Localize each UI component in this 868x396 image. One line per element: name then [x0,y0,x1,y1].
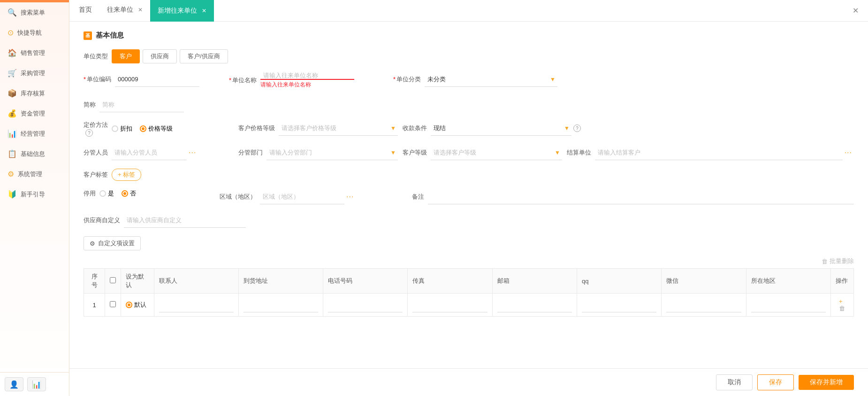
region-row-input[interactable] [751,297,826,312]
contact-input[interactable] [159,297,234,312]
address-input[interactable] [244,297,318,312]
custom-settings-button[interactable]: ⚙ 自定义项设置 [84,236,141,250]
qq-input[interactable] [582,297,656,312]
dept-field: 分管部门 请输入分管部门 ▼ [238,145,398,160]
sidebar-item-sales[interactable]: 🏠 销售管理 [0,43,69,63]
pricing-radio-level[interactable]: 价格等级 [140,124,173,133]
manager-input[interactable] [112,145,187,160]
payment-terms-question[interactable]: ? [573,124,581,132]
th-seq: 序号 [84,269,105,294]
sidebar-item-inventory[interactable]: 📦 库存核算 [0,83,69,103]
disabled-radio-no[interactable]: 否 [122,189,136,198]
unit-category-field: *单位分类 未分类 ▼ [393,72,557,87]
customer-tag-label: 客户标签 [84,171,108,179]
save-button[interactable]: 保存 [757,374,794,390]
type-btn-supplier[interactable]: 供应商 [143,49,177,63]
unit-name-wrapper: 请输入往来单位名称 [260,72,388,89]
sidebar-item-purchase[interactable]: 🛒 采购管理 [0,63,69,83]
tab-partners[interactable]: 往来单位 ✕ [99,0,150,22]
save-and-new-button[interactable]: 保存并新增 [799,375,854,390]
sidebar-item-quicknav[interactable]: ⊙ 快捷导航 [0,23,69,43]
cell-wechat[interactable] [662,294,746,317]
manager-ellipsis[interactable]: ··· [187,148,198,157]
cell-phone[interactable] [323,294,408,317]
customer-price-level-select[interactable]: 请选择客户价格等级 ▼ [279,121,398,136]
customer-level-select[interactable]: 请选择客户等级 ▼ [431,145,562,160]
sidebar-item-system[interactable]: ⚙ 系统管理 [0,164,69,184]
cell-contact[interactable] [154,294,238,317]
supplier-custom-input[interactable] [124,213,246,228]
sidebar-item-label: 销售管理 [21,49,45,57]
wechat-input[interactable] [666,297,741,312]
sidebar-item-finance[interactable]: 💰 资金管理 [0,103,69,124]
sidebar-item-label: 资金管理 [21,109,45,118]
disabled-radio-yes[interactable]: 是 [99,189,114,198]
settlement-ellipsis[interactable]: ··· [843,148,854,157]
unit-code-input[interactable] [115,72,199,87]
unit-code-field: *单位编码 [84,72,224,87]
unit-name-input[interactable] [260,72,354,80]
close-new-partner-tab[interactable]: ✕ [202,8,206,14]
payment-terms-select[interactable]: 现结 ▼ [431,121,571,136]
th-region: 所在地区 [746,269,830,294]
remark-label: 备注 [412,193,424,201]
sidebar-btn-2[interactable]: 📊 [27,377,46,391]
row-checkbox[interactable] [110,301,116,307]
select-all-checkbox[interactable] [110,277,116,283]
cancel-button[interactable]: 取消 [716,374,753,390]
pricing-radio-discount[interactable]: 折扣 [112,124,132,133]
pricing-method-label: 定价方法 ? [84,121,108,137]
main-area: 首页 往来单位 ✕ 新增往来单位 ✕ ✕ 基 基本信息 单位类型 客户 供应商 … [69,0,868,396]
customer-tag-field: 客户标签 + 标签 [84,169,854,181]
sidebar-item-operations[interactable]: 📊 经营管理 [0,124,69,144]
sales-icon: 🏠 [8,48,17,57]
fax-input[interactable] [412,297,487,312]
tab-new-partner[interactable]: 新增往来单位 ✕ [150,0,214,22]
type-btn-customer[interactable]: 客户 [112,49,140,63]
cell-address[interactable] [238,294,323,317]
guide-icon: 🔰 [8,190,17,199]
section-icon: 基 [84,31,92,40]
th-fax: 传真 [408,269,492,294]
pricing-row: 定价方法 ? 折扣 价格等级 客户价格等级 请选择客户价 [84,121,854,137]
disabled-field: 停用 是 否 [84,189,215,198]
unit-category-select[interactable]: 未分类 ▼ [425,72,557,87]
dept-select[interactable]: 请输入分管部门 ▼ [266,145,398,160]
sidebar-item-label: 经营管理 [21,130,45,138]
cell-fax[interactable] [408,294,492,317]
default-radio[interactable]: 默认 [126,301,149,309]
level-radio-circle [140,125,146,132]
operations-icon: 📊 [8,129,17,138]
sidebar-item-basic-info[interactable]: 📋 基础信息 [0,144,69,164]
close-partners-tab[interactable]: ✕ [138,7,143,13]
type-btn-both[interactable]: 客户/供应商 [180,49,228,63]
add-row-btn[interactable]: + [839,298,843,305]
unit-category-label: *单位分类 [393,75,421,84]
settlement-input[interactable] [595,145,843,160]
sidebar-item-guide[interactable]: 🔰 新手引导 [0,184,69,204]
email-input[interactable] [497,297,572,312]
delete-row-btn[interactable]: 🗑 [839,305,845,312]
region-input[interactable] [260,189,344,204]
cell-qq[interactable] [577,294,661,317]
sidebar-btn-1[interactable]: 👤 [5,377,23,391]
remark-input[interactable] [428,189,854,204]
basicinfo-icon: 📋 [8,149,17,158]
remark-field: 备注 [412,189,854,204]
abbr-input[interactable] [99,97,184,112]
phone-input[interactable] [328,297,403,312]
close-all-tabs[interactable]: ✕ [845,6,866,15]
supplier-custom-row: 供应商自定义 [84,213,854,228]
cell-region[interactable] [746,294,830,317]
tab-home[interactable]: 首页 [71,0,99,22]
cell-email[interactable] [492,294,577,317]
batch-delete-label[interactable]: 批量删除 [830,257,854,265]
add-tag-button[interactable]: + 标签 [112,169,141,181]
sidebar-item-label: 新手引导 [21,190,45,199]
sidebar-item-label: 搜索菜单 [21,8,45,17]
sidebar-item-search[interactable]: 🔍 搜索菜单 [0,2,69,23]
bottom-bar: 取消 保存 保存并新增 [69,368,868,396]
region-ellipsis[interactable]: ··· [344,193,356,201]
unit-type-label: 单位类型 [84,52,108,61]
pricing-question-icon[interactable]: ? [85,129,93,137]
